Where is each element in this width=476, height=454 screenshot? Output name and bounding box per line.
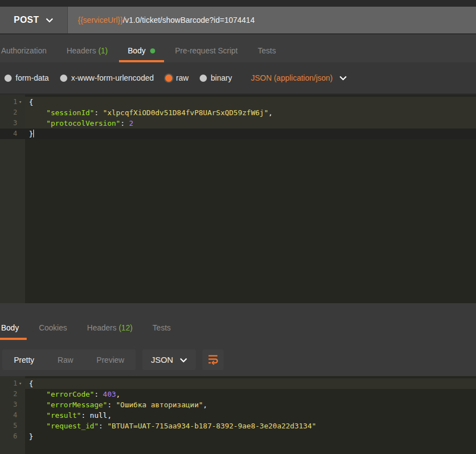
response-tab-cookies[interactable]: Cookies (31, 323, 75, 340)
headers-count-badge: (1) (98, 46, 108, 55)
line-number-text: 6 (13, 431, 17, 442)
response-section-header: Body Cookies Headers(12) Tests Pretty Ra… (0, 303, 476, 376)
preview-button[interactable]: Preview (85, 349, 136, 370)
code-line-content: "sessionId": "xlpcqfXiOD0dv51D84fvP8UArS… (25, 107, 476, 118)
line-number-text: 4 (13, 410, 17, 421)
content-type-label: JSON (application/json) (251, 73, 333, 82)
token-plain: : (98, 422, 107, 430)
response-tab-cookies-label: Cookies (39, 323, 67, 332)
body-status-dot-icon (150, 48, 155, 53)
line-number: 3 (0, 399, 25, 410)
line-number: 2 (0, 107, 25, 118)
token-plain: , (107, 411, 112, 420)
method-dropdown[interactable]: POST (0, 7, 68, 33)
line-number: 2 (0, 389, 25, 399)
radio-selected-icon (165, 75, 172, 82)
code-line: 4 "result": null, (0, 410, 476, 421)
token-plain: : (94, 108, 103, 117)
fold-toggle-icon[interactable]: ▾ (17, 97, 23, 107)
tab-body[interactable]: Body (119, 46, 164, 62)
content-type-dropdown[interactable]: JSON (application/json) (251, 73, 347, 83)
code-line-content: "errorMessage": "Ошибка авторизации", (25, 399, 476, 410)
radio-icon (4, 75, 12, 82)
radio-icon (200, 75, 207, 82)
chevron-down-icon (46, 15, 53, 25)
tab-authorization-label: Authorization (1, 46, 47, 55)
tab-headers[interactable]: Headers(1) (58, 46, 117, 62)
token-num: 2 (129, 119, 133, 127)
line-number-text: 2 (13, 389, 17, 399)
radio-icon (60, 75, 67, 82)
fold-toggle-icon[interactable]: ▾ (17, 378, 23, 389)
response-editor-lines: 1▾{2 "errorCode": 403,3 "errorMessage": … (0, 376, 476, 442)
code-line: 1▾{ (0, 97, 476, 107)
line-number: 1▾ (0, 378, 25, 389)
response-tab-tests[interactable]: Tests (145, 323, 178, 340)
token-plain: } (29, 432, 33, 441)
chevron-down-icon (339, 73, 347, 83)
line-number-text: 3 (13, 118, 17, 129)
tab-prerequest-script[interactable]: Pre-request Script (166, 46, 247, 62)
response-tab-headers[interactable]: Headers(12) (80, 323, 141, 340)
token-key: "request_id" (46, 422, 98, 430)
wrap-text-icon (207, 353, 219, 367)
request-body-editor[interactable]: 1▾{2 "sessionId": "xlpcqfXiOD0dv51D84fvP… (0, 95, 476, 303)
token-plain (29, 401, 46, 409)
radio-binary[interactable]: binary (200, 73, 232, 82)
token-key: "sessionId" (46, 108, 94, 117)
response-tab-headers-label: Headers (87, 323, 117, 332)
response-format-dropdown[interactable]: JSON (142, 349, 196, 370)
line-number: 4 (0, 129, 25, 139)
chevron-down-icon (180, 355, 187, 365)
line-number-text: 3 (13, 399, 17, 410)
token-plain (29, 422, 46, 430)
tab-authorization[interactable]: Authorization (0, 46, 56, 62)
radio-form-data[interactable]: form-data (4, 73, 49, 82)
view-mode-segmented-control: Pretty Raw Preview (2, 349, 136, 370)
code-line-content: { (25, 97, 476, 107)
line-number-text: 5 (13, 421, 17, 431)
token-str: "Ошибка авторизации" (116, 401, 204, 409)
code-line: 5 "request_id": "BTUAT=UAT-715aa934-b187… (0, 421, 476, 431)
line-number: 5 (0, 421, 25, 431)
raw-button[interactable]: Raw (46, 349, 85, 370)
top-strip (0, 0, 476, 7)
tab-tests[interactable]: Tests (249, 46, 285, 62)
code-line-content: "request_id": "BTUAT=UAT-715aa934-b187-8… (25, 421, 476, 431)
token-plain: { (29, 379, 33, 388)
token-plain: : (107, 401, 116, 409)
line-number: 4 (0, 410, 25, 421)
active-tab-underline (119, 60, 164, 62)
token-str: "BTUAT=UAT-715aa934-b187-8392-9ae8-3e20a… (107, 422, 316, 430)
token-key: "result" (46, 411, 81, 420)
preview-button-label: Preview (97, 356, 125, 364)
tab-headers-label: Headers (67, 46, 96, 55)
text-cursor (33, 130, 34, 137)
radio-raw[interactable]: raw (165, 73, 189, 82)
tab-tests-label: Tests (258, 46, 276, 55)
radio-urlencoded-label: x-www-form-urlencoded (71, 73, 154, 82)
url-input[interactable]: {{serviceUrl}}/v1.0/ticket/showBarcode?i… (68, 7, 476, 33)
line-number-text: 2 (13, 107, 17, 118)
response-tab-body[interactable]: Body (0, 323, 27, 340)
token-plain: : (81, 411, 90, 420)
token-plain: null (90, 411, 107, 420)
radio-binary-label: binary (211, 73, 232, 82)
wrap-text-button[interactable] (202, 349, 224, 370)
url-path: /v1.0/ticket/showBarcode?id=1074414 (123, 16, 255, 24)
code-line: 2 "errorCode": 403, (0, 389, 476, 399)
line-number: 3 (0, 118, 25, 129)
code-line-content: { (25, 378, 476, 389)
line-number: 6 (0, 431, 25, 442)
token-key: "protocolVersion" (46, 119, 120, 127)
radio-x-www-form-urlencoded[interactable]: x-www-form-urlencoded (60, 73, 154, 82)
response-body-editor[interactable]: 1▾{2 "errorCode": 403,3 "errorMessage": … (0, 376, 476, 454)
token-plain: , (203, 401, 207, 409)
body-type-row: form-data x-www-form-urlencoded raw bina… (0, 62, 476, 95)
line-number: 1▾ (0, 97, 25, 107)
code-line-content: } (25, 431, 476, 442)
postman-window: POST {{serviceUrl}}/v1.0/ticket/showBarc… (0, 0, 476, 454)
pretty-button[interactable]: Pretty (2, 349, 46, 370)
code-line: 4} (0, 129, 476, 139)
active-tab-underline (0, 338, 27, 340)
